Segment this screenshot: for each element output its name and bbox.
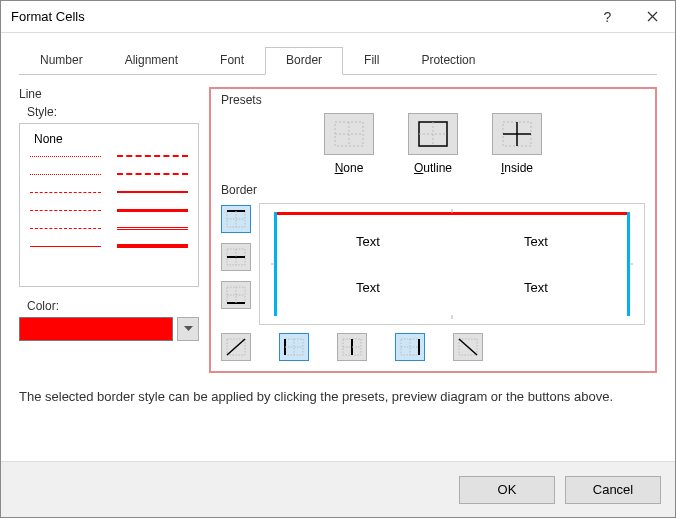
tab-alignment[interactable]: Alignment: [104, 47, 199, 75]
preset-none: None: [324, 113, 374, 175]
color-swatch[interactable]: [19, 317, 173, 341]
border-right-icon: [400, 338, 420, 356]
preset-outline-button[interactable]: [408, 113, 458, 155]
border-diag-up-button[interactable]: [221, 333, 251, 361]
border-hmiddle-icon: [226, 248, 246, 266]
preview-inner: Text Text Text Text: [274, 212, 630, 316]
preview-cell: Text: [356, 234, 380, 249]
ok-button[interactable]: OK: [459, 476, 555, 504]
preset-outline: Outline: [408, 113, 458, 175]
line-group-label: Line: [19, 87, 199, 101]
presets-group-label: Presets: [221, 93, 645, 107]
preset-none-label: None: [335, 161, 364, 175]
tab-number[interactable]: Number: [19, 47, 104, 75]
line-style-option[interactable]: [30, 224, 101, 232]
preview-wrap: Text Text Text Text: [259, 203, 645, 361]
border-area: Text Text Text Text: [221, 203, 645, 361]
border-side-buttons: [221, 203, 251, 309]
border-diag-down-button[interactable]: [453, 333, 483, 361]
dialog-content: Number Alignment Font Border Fill Protec…: [1, 33, 675, 461]
preset-inside: Inside: [492, 113, 542, 175]
svg-line-34: [459, 339, 477, 355]
border-vmiddle-icon: [342, 338, 362, 356]
preset-inside-icon: [502, 121, 532, 147]
preset-outline-icon: [418, 121, 448, 147]
color-picker[interactable]: [19, 317, 199, 341]
tab-strip: Number Alignment Font Border Fill Protec…: [19, 47, 657, 75]
tab-border[interactable]: Border: [265, 47, 343, 75]
preset-none-button[interactable]: [324, 113, 374, 155]
line-style-option[interactable]: [30, 152, 101, 160]
preview-cell: Text: [356, 280, 380, 295]
tab-font[interactable]: Font: [199, 47, 265, 75]
border-vmiddle-button[interactable]: [337, 333, 367, 361]
line-style-option[interactable]: [30, 188, 101, 196]
border-bottom-buttons: [259, 333, 645, 361]
preview-cell: Text: [524, 280, 548, 295]
tab-fill[interactable]: Fill: [343, 47, 400, 75]
border-diag-down-icon: [458, 338, 478, 356]
titlebar: Format Cells ?: [1, 1, 675, 33]
color-dropdown-button[interactable]: [177, 317, 199, 341]
preset-inside-label: Inside: [501, 161, 533, 175]
border-left-button[interactable]: [279, 333, 309, 361]
border-preview[interactable]: Text Text Text Text: [259, 203, 645, 325]
tab-protection[interactable]: Protection: [400, 47, 496, 75]
cancel-button[interactable]: Cancel: [565, 476, 661, 504]
presets-row: None Outline: [221, 113, 645, 175]
border-bottom-button[interactable]: [221, 281, 251, 309]
line-style-option[interactable]: [117, 224, 188, 232]
dialog-title: Format Cells: [11, 9, 85, 24]
line-style-option[interactable]: [30, 242, 101, 250]
border-top-icon: [226, 210, 246, 228]
border-group-label: Border: [221, 183, 645, 197]
line-style-option[interactable]: [117, 242, 188, 250]
color-label: Color:: [27, 299, 199, 313]
line-style-option[interactable]: [30, 206, 101, 214]
chevron-down-icon: [184, 326, 193, 332]
dialog-footer: OK Cancel: [1, 461, 675, 517]
line-panel: Line Style: None: [19, 87, 199, 373]
preset-none-icon: [334, 121, 364, 147]
format-cells-dialog: Format Cells ? Number Alignment Font Bor…: [0, 0, 676, 518]
close-button[interactable]: [630, 1, 675, 33]
line-style-option[interactable]: [30, 170, 101, 178]
border-top-button[interactable]: [221, 205, 251, 233]
border-left-icon: [284, 338, 304, 356]
style-label: Style:: [27, 105, 199, 119]
help-button[interactable]: ?: [585, 1, 630, 33]
preset-inside-button[interactable]: [492, 113, 542, 155]
preview-cell: Text: [524, 234, 548, 249]
hint-text: The selected border style can be applied…: [19, 389, 657, 404]
line-style-option[interactable]: [117, 152, 188, 160]
line-style-option[interactable]: [117, 188, 188, 196]
border-right-button[interactable]: [395, 333, 425, 361]
svg-line-21: [227, 339, 245, 355]
border-bottom-icon: [226, 286, 246, 304]
preset-outline-label: Outline: [414, 161, 452, 175]
line-style-option[interactable]: [117, 170, 188, 178]
border-hmiddle-button[interactable]: [221, 243, 251, 271]
line-style-box[interactable]: None: [19, 123, 199, 287]
border-panel: Presets None: [209, 87, 657, 373]
line-style-option[interactable]: [117, 206, 188, 214]
border-diag-up-icon: [226, 338, 246, 356]
tab-body: Line Style: None: [19, 75, 657, 373]
line-style-none[interactable]: None: [28, 130, 190, 152]
close-icon: [647, 11, 658, 22]
